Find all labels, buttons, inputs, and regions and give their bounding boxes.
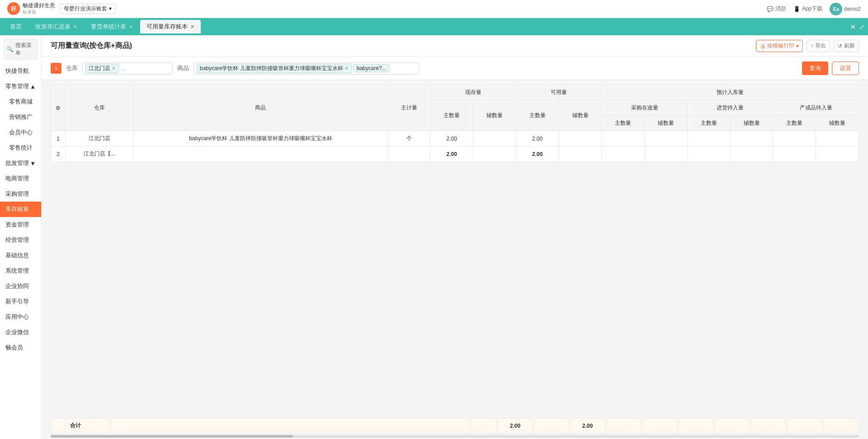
top-bar-left: 好 畅捷通好生意 标准版 母婴行业演示账套 ▾	[7, 2, 116, 15]
td-pt-aux	[645, 146, 688, 162]
product-filter-input[interactable]: babycare学饮杯 儿童防摔防撞吸管杯重力球吸嘴杯宝宝水杯 ✕ babyca…	[193, 62, 420, 75]
sidebar-item-label: 企业协同	[5, 282, 29, 290]
close-all-icon[interactable]: ✕	[850, 23, 856, 31]
sidebar-item-enterprise-wechat[interactable]: 企业微信	[0, 325, 41, 340]
logo-text: 畅捷通好生意	[23, 2, 55, 9]
user-area[interactable]: Ea demo2	[830, 3, 861, 15]
sidebar-item-retail-mgmt[interactable]: 零售管理 ▲	[0, 79, 41, 94]
tab-order-stats-close[interactable]: ✕	[129, 24, 133, 30]
sidebar-item-marketing[interactable]: 营销推广	[0, 109, 41, 125]
td-footer-pp-main	[714, 418, 750, 434]
warehouse-filter-input[interactable]: 江北门店 ✕ ...	[82, 62, 173, 75]
sidebar-item-label: 会员中心	[9, 128, 33, 137]
td-product	[134, 146, 387, 162]
refresh-btn[interactable]: ↺ 刷新	[834, 40, 859, 52]
td-warehouse: 江北门店	[66, 131, 134, 146]
table-footer-area: 合计 2.00 2.00	[42, 418, 868, 434]
tab-summary[interactable]: 收发存汇总表 ✕	[29, 20, 84, 33]
content-area: 可用量查询(按仓库+商品) 🖨 按模板打印 ▾ ↑ 导出 ↺ 刷新	[42, 35, 868, 439]
td-footer-product	[111, 418, 470, 434]
sidebar-item-label: 批发管理	[5, 159, 29, 167]
logo-text-block: 畅捷通好生意 标准版	[23, 2, 55, 15]
td-warehouse: 江北门店【...	[66, 146, 134, 162]
td-footer-stock-main: 2.00	[497, 418, 533, 434]
sidebar-item-label: 营销推广	[9, 113, 33, 121]
td-stock-aux	[473, 131, 516, 146]
warehouse-more-icon: ...	[121, 65, 125, 71]
industry-selector[interactable]: 母婴行业演示账套 ▾	[60, 4, 116, 14]
td-stock-main: 2.00	[430, 131, 473, 146]
page-title: 可用量查询(按仓库+商品)	[51, 41, 132, 55]
sidebar-item-label: 采购管理	[5, 190, 29, 198]
sidebar-item-inventory[interactable]: 库存核算	[0, 202, 41, 217]
tab-available-stock-close[interactable]: ✕	[190, 24, 194, 30]
warehouse-tag-remove[interactable]: ✕	[112, 66, 116, 71]
sidebar-item-label: 企业微信	[5, 328, 29, 336]
product-tag-1-remove[interactable]: ✕	[344, 66, 349, 71]
sidebar-item-label: 零售商城	[9, 98, 33, 106]
sidebar: 🔍 搜索菜单 快捷导航 零售管理 ▲ 零售商城 营销推广 会员中心 零售统计 批…	[0, 35, 42, 439]
tab-available-stock[interactable]: 可用量库存账本 ✕	[140, 20, 201, 33]
message-icon: 💬	[767, 6, 774, 12]
th-avail-aux: 辅数量	[559, 100, 602, 131]
filter-actions: 查询 设置	[802, 61, 859, 75]
sidebar-item-quick-nav[interactable]: 快捷导航	[0, 63, 41, 79]
app-download-btn[interactable]: 📱 App下载	[793, 5, 822, 13]
tab-order-stats[interactable]: 要货单统计表 ✕	[85, 20, 139, 33]
sidebar-item-ecommerce[interactable]: 电商管理	[0, 171, 41, 186]
sidebar-item-retail-stats[interactable]: 零售统计	[0, 140, 41, 156]
logo-sub: 标准版	[23, 9, 55, 15]
username: demo2	[844, 6, 861, 12]
sidebar-item-finance[interactable]: 资金管理	[0, 217, 41, 232]
td-pp-main	[687, 146, 730, 162]
top-bar: 好 畅捷通好生意 标准版 母婴行业演示账套 ▾ 💬 消息 📱 App下载 Ea …	[0, 0, 868, 18]
product-tag-1: babycare学饮杯 儿童防摔防撞吸管杯重力球吸嘴杯宝宝水杯 ✕	[197, 64, 352, 73]
td-footer-empty1	[51, 418, 66, 434]
sidebar-item-new-guide[interactable]: 新手引导	[0, 294, 41, 309]
print-icon: 🖨	[760, 43, 765, 49]
sidebar-item-wholesale-mgmt[interactable]: 批发管理 ▼	[0, 156, 41, 171]
tab-summary-close[interactable]: ✕	[73, 24, 77, 30]
td-footer-unit	[470, 418, 497, 434]
sidebar-item-app-center[interactable]: 应用中心	[0, 309, 41, 325]
td-prod-aux	[816, 131, 859, 146]
th-main-unit: 主计量	[387, 85, 430, 131]
td-no: 1	[51, 131, 66, 146]
sidebar-item-purchase[interactable]: 采购管理	[0, 186, 41, 202]
sidebar-item-retail-mall[interactable]: 零售商城	[0, 94, 41, 109]
sidebar-item-system[interactable]: 系统管理	[0, 263, 41, 279]
sidebar-item-basic-info[interactable]: 基础信息	[0, 248, 41, 263]
settings-btn[interactable]: 设置	[832, 61, 859, 75]
sidebar-item-label: 电商管理	[5, 175, 29, 183]
app-download-label: App下载	[802, 5, 822, 13]
product-filter-label: 商品	[177, 64, 189, 72]
sidebar-item-member[interactable]: 会员中心	[0, 125, 41, 140]
search-menu-btn[interactable]: 🔍 搜索菜单	[4, 39, 38, 60]
sidebar-item-label: 库存核算	[5, 205, 29, 213]
scrollbar-thumb[interactable]	[51, 435, 293, 438]
sidebar-item-vip[interactable]: 畅会员	[0, 340, 41, 355]
th-available: 可用量	[516, 85, 602, 100]
message-btn[interactable]: 💬 消息	[767, 5, 786, 13]
horizontal-scrollbar[interactable]	[42, 434, 868, 439]
td-footer-prod-aux	[823, 418, 859, 434]
td-footer-avail-aux	[606, 418, 642, 434]
template-print-btn[interactable]: 🖨 按模板打印 ▾	[756, 40, 803, 52]
maximize-icon[interactable]: ⤢	[859, 24, 864, 30]
export-btn[interactable]: ↑ 导出	[807, 40, 830, 52]
td-unit	[387, 146, 430, 162]
sidebar-item-label: 畅会员	[5, 344, 23, 352]
footer-table: 合计 2.00 2.00	[51, 418, 859, 434]
td-no: 2	[51, 146, 66, 162]
nav-tabs: 首页 收发存汇总表 ✕ 要货单统计表 ✕ 可用量库存账本 ✕ ✕ ⤢	[0, 18, 868, 35]
sidebar-item-operations[interactable]: 经营管理	[0, 232, 41, 248]
chevron-down-icon: ▾	[796, 43, 799, 49]
tab-home[interactable]: 首页	[4, 20, 28, 33]
top-bar-right: 💬 消息 📱 App下载 Ea demo2	[767, 3, 861, 15]
query-btn[interactable]: 查询	[802, 61, 828, 75]
td-pt-main	[602, 146, 645, 162]
sidebar-item-enterprise-collab[interactable]: 企业协同	[0, 279, 41, 294]
industry-selector-text: 母婴行业演示账套	[64, 5, 107, 13]
filter-expand-btn[interactable]: »	[51, 63, 61, 74]
sidebar-item-label: 基础信息	[5, 251, 29, 260]
